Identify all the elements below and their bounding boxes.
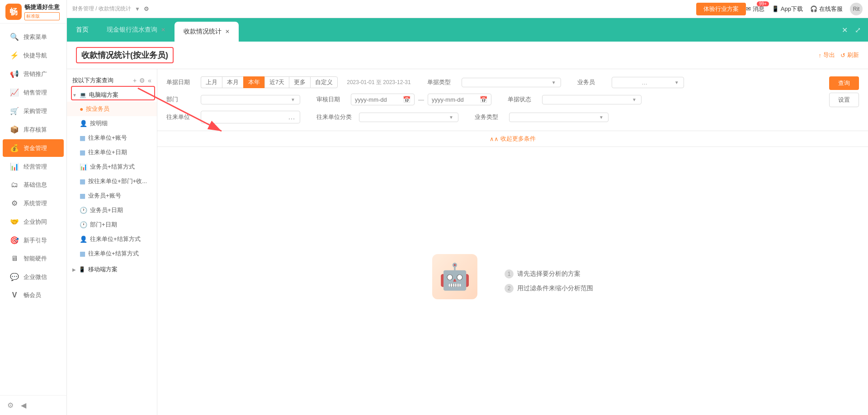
sidebar-item-quicknav[interactable]: ⚡ 快捷导航 [3,47,64,64]
tree-item-salesperson-date[interactable]: 🕐 业务员+日期 [67,203,157,217]
app-download-button[interactable]: 📱 App下载 [772,5,803,13]
doc-status-chevron: ▼ [632,97,637,102]
collapse-more-bar[interactable]: ∧∧ 收起更多条件 [157,131,868,147]
review-to-field[interactable] [432,96,477,103]
tree-item-counterpart-settle1[interactable]: 👤 往来单位+结算方式 [67,232,157,246]
close-window-icon[interactable]: ✕ [842,26,848,34]
date-separator: — [418,96,424,103]
tree-item-salesperson-settle[interactable]: 📊 业务员+结算方式 [67,160,157,174]
tree-desktop-header[interactable]: ▼ 💻 电脑端方案 [67,88,157,102]
expand-icon[interactable]: ⤢ [855,26,861,34]
review-date-label: 审核日期 [316,95,344,104]
page-content: 收款情况统计(按业务员) ↑ 导出 ↺ 刷新 按以下方案查询 + [67,42,868,415]
system-icon: ⚙ [10,199,19,208]
counterpart-date-icon: ▦ [80,149,85,156]
biz-type-select[interactable]: ▼ [509,113,609,122]
filter-row-1: 单据日期 上月 本月 本年 近7天 更多 自定义 2023-01-01 至 20… [166,76,820,88]
date-tab-7days[interactable]: 近7天 [264,76,289,88]
tree-item-by-salesperson[interactable]: ● 按业务员 [67,102,157,116]
tree-mobile-header[interactable]: ▶ 📱 移动端方案 [67,263,157,276]
sidebar-item-enterprise[interactable]: 🤝 企业协同 [3,213,64,231]
counterpart-select[interactable]: … [201,111,300,123]
tree-item-by-detail[interactable]: 👤 按明细 [67,116,157,131]
export-button[interactable]: ↑ 导出 [819,51,835,59]
doc-date-label: 单据日期 [166,78,193,86]
sidebar-item-basic[interactable]: 🗂 基础信息 [3,176,64,193]
filter-area: 单据日期 上月 本月 本年 近7天 更多 自定义 2023-01-01 至 20… [157,69,868,131]
tab-close-bank[interactable]: ✕ [161,27,165,33]
trial-button[interactable]: 体验行业方案 [696,3,746,15]
counterpart-dept-icon: ▦ [80,178,85,185]
doc-type-select[interactable]: ▼ [462,78,561,87]
page-title: 收款情况统计(按业务员) [76,47,174,63]
review-date-from-input[interactable]: 📅 [351,94,415,105]
sidebar-item-member[interactable]: V 畅会员 [3,287,64,304]
sidebar: 畅 畅捷通好生意 标准版 🔍 搜索菜单 ⚡ 快捷导航 📢 营销推广 📈 销售管理… [0,0,67,415]
tree-item-counterpart-account[interactable]: ▦ 往来单位+账号 [67,131,157,145]
query-button[interactable]: 查询 [829,76,859,90]
sidebar-item-sales[interactable]: 📈 销售管理 [3,84,64,101]
doc-status-select[interactable]: ▼ [542,95,642,104]
right-content: 单据日期 上月 本月 本年 近7天 更多 自定义 2023-01-01 至 20… [157,69,868,415]
sidebar-item-finance[interactable]: 💰 资金管理 [3,139,64,157]
sidebar-item-purchase[interactable]: 🛒 采购管理 [3,102,64,120]
sidebar-item-inventory[interactable]: 📦 库存核算 [3,121,64,138]
sales-icon: 📈 [10,88,19,97]
sidebar-item-search[interactable]: 🔍 搜索菜单 [3,28,64,46]
cal-from-icon[interactable]: 📅 [403,96,410,103]
user-avatar[interactable]: Rit [850,3,863,15]
date-tab-this-year[interactable]: 本年 [243,76,264,88]
online-service-button[interactable]: 🎧 在线客服 [810,5,843,13]
cal-to-icon[interactable]: 📅 [480,96,487,103]
tab-home[interactable]: 首页 [67,18,98,42]
date-tab-this-month[interactable]: 本月 [222,76,243,88]
mobile-icon: 📱 [79,266,85,273]
tree-item-counterpart-settle2[interactable]: ▦ 往来单位+结算方式 [67,246,157,261]
salesperson-select[interactable]: … ▼ [612,77,684,88]
tab-bank[interactable]: 现金银行流水查询 ✕ [98,18,175,42]
message-button[interactable]: ✉ 消息 99+ [746,5,764,13]
tree-arrow-icon: ▼ [72,93,77,98]
review-from-field[interactable] [355,96,400,103]
member-icon: V [10,291,19,299]
collapse-panel-button[interactable]: « [148,77,151,84]
tree-item-dept-date[interactable]: 🕐 部门+日期 [67,217,157,232]
header-left: 财务管理 / 收款情况统计 ▼ ⚙ [72,5,696,13]
sidebar-item-hardware[interactable]: 🖥 智能硬件 [3,250,64,267]
chevron-up-icon: ∧∧ [490,136,499,142]
tree-item-counterpart-dept[interactable]: ▦ 按往来单位+部门+收... [67,174,157,189]
sidebar-item-operations[interactable]: 📊 经营管理 [3,158,64,175]
hardware-icon: 🖥 [10,255,19,263]
collapse-sidebar-icon[interactable]: ◀ [21,401,26,410]
tree-item-salesperson-account[interactable]: ▦ 业务员+账号 [67,189,157,203]
sidebar-item-marketing[interactable]: 📢 营销推广 [3,65,64,83]
scheme-settings-button[interactable]: ⚙ [139,77,145,84]
tab-close-collection[interactable]: ✕ [225,28,230,35]
counterpart-more-icon[interactable]: … [288,113,295,121]
salesperson-more-icon[interactable]: … [642,79,647,86]
panel-actions: + ⚙ « [133,77,151,84]
date-tab-more[interactable]: 更多 [289,76,310,88]
tree-item-counterpart-date[interactable]: ▦ 往来单位+日期 [67,145,157,160]
panel-header: 按以下方案查询 + ⚙ « [67,75,157,88]
salesperson-chevron: ▼ [675,80,679,85]
refresh-button[interactable]: ↺ 刷新 [840,51,859,59]
sidebar-item-wechat[interactable]: 💬 企业微信 [3,268,64,286]
message-icon: ✉ [746,5,751,12]
review-date-to-input[interactable]: 📅 [428,94,491,105]
sidebar-item-system[interactable]: ⚙ 系统管理 [3,194,64,212]
dept-select[interactable]: ▼ [201,95,300,104]
dept-chevron: ▼ [291,97,295,102]
marketing-icon: 📢 [10,70,19,78]
topbar-settings-icon[interactable]: ⚙ [144,5,149,12]
filter-settings-button[interactable]: 设置 [829,93,859,107]
date-tab-last-month[interactable]: 上月 [201,76,222,88]
tab-collection[interactable]: 收款情况统计 ✕ [175,22,239,42]
sidebar-item-guide[interactable]: 🎯 新手引导 [3,231,64,249]
add-scheme-button[interactable]: + [133,77,137,84]
phone-icon: 📱 [772,5,779,12]
settings-bottom-icon[interactable]: ⚙ [7,401,14,410]
counterpart-category-select[interactable]: ▼ [359,113,458,122]
date-tab-custom[interactable]: 自定义 [310,76,338,88]
empty-tip-2: 2 用过滤条件来缩小分析范围 [505,284,593,293]
